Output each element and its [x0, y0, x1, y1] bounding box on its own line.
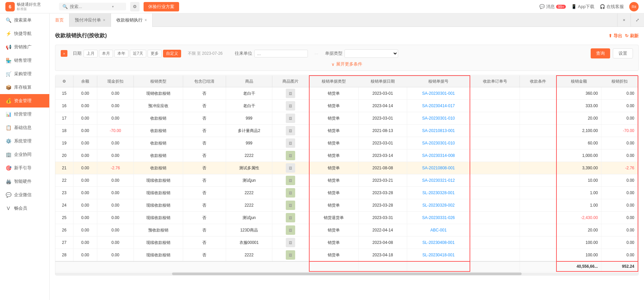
sidebar-item-guide[interactable]: 🎯 新手引导	[0, 161, 49, 175]
cell-no: 22	[55, 174, 73, 187]
cell-goods: 999	[226, 112, 272, 125]
footer-receipt-order-no	[470, 261, 520, 271]
cell-verify-amount: 2,100.00	[556, 125, 601, 137]
sidebar-item-marketing[interactable]: 📢 营销推广	[0, 40, 49, 54]
cell-no: 24	[55, 199, 73, 212]
date-this-year-button[interactable]: 本年	[114, 50, 128, 57]
sidebar-item-enterprise[interactable]: 🏢 企业协同	[0, 148, 49, 161]
table-row: 23 0.00 0.00 现续收款核销 否 2222 🖼 销货单 2023-03…	[55, 187, 638, 199]
scrollbar-thumb[interactable]	[172, 272, 522, 275]
cell-verify-amount: 100.00	[556, 249, 601, 262]
cell-balance: 0.00	[73, 187, 97, 199]
date-filter-label: 日期	[73, 50, 82, 56]
cell-cash-discount: 0.00	[97, 237, 134, 249]
tab-bar: 首页 预付冲应付单 × 收款核销执行 × × ⤢	[50, 13, 644, 27]
sidebar-item-search-menu[interactable]: 🔍 搜索菜单	[0, 13, 49, 27]
sys-icon: ⚙️	[5, 138, 11, 144]
sidebar-item-wechat[interactable]: 💬 企业微信	[0, 188, 49, 202]
biz-icon: 📊	[5, 111, 11, 117]
sidebar-item-member[interactable]: V 畅会员	[0, 202, 49, 215]
cell-goods-image: 🖼	[272, 174, 309, 187]
type-filter-select[interactable]	[344, 49, 398, 58]
main-layout: 🔍 搜索菜单 ⚡ 快捷导航 📢 营销推广 🏪 销售管理 🛒 采购管理 📦 库存核…	[0, 13, 644, 300]
tab-prepay-conflict[interactable]: 预付冲应付单 ×	[69, 13, 111, 27]
cell-verify-bill-no: SL-20230408-001	[407, 237, 470, 249]
sidebar-item-inventory[interactable]: 📦 库存核算	[0, 81, 49, 94]
sidebar-item-biz-mgmt[interactable]: 📊 经营管理	[0, 108, 49, 121]
tab-home[interactable]: 首页	[50, 13, 69, 27]
cell-goods: 999	[226, 137, 272, 149]
cell-verify-bill-date: 2023-03-28	[358, 187, 407, 199]
cell-cash-discount: -70.00	[97, 125, 134, 137]
cell-verify-discount: 0.00	[601, 224, 638, 237]
sidebar-item-smart-hw[interactable]: 🖨️ 智能硬件	[0, 175, 49, 188]
query-button[interactable]: 查询	[591, 48, 610, 58]
filter-row: » 日期 上月 本月 本年 近7天 更多 自定义	[61, 48, 633, 58]
table-settings-button[interactable]: 设置	[613, 48, 633, 58]
cell-include-settled: 否	[183, 125, 226, 137]
date-last-month-button[interactable]: 上月	[84, 50, 98, 57]
table-row: 19 0.00 0.00 收款核销 否 999 🖼 销货单 2023-03-01…	[55, 137, 638, 149]
message-button[interactable]: 💬 消息 99+	[539, 4, 566, 10]
tab-collection-verify[interactable]: 收款核销执行 ×	[111, 13, 153, 27]
sidebar-item-fund-mgmt[interactable]: 💰 资金管理	[0, 94, 49, 108]
cell-no: 21	[55, 162, 73, 174]
cell-verify-bill-date: 2022-04-14	[358, 224, 407, 237]
cell-verify-bill-date: 2023-04-18	[358, 249, 407, 262]
cell-include-settled: 否	[183, 249, 226, 262]
cell-balance: 0.00	[73, 112, 97, 125]
search-input[interactable]	[70, 4, 110, 9]
user-profile[interactable]: Rit	[629, 2, 639, 11]
cell-include-settled: 否	[183, 212, 226, 224]
close-prepay-tab-icon[interactable]: ×	[103, 18, 105, 23]
cell-goods: 2222	[226, 187, 272, 199]
cell-verify-type: 收款核销	[134, 137, 183, 149]
search-icon: 🔍	[62, 4, 68, 9]
filter-bar: » 日期 上月 本月 本年 近7天 更多 自定义	[55, 45, 639, 71]
type-filter: 单据类型	[325, 49, 398, 58]
cell-no: 26	[55, 224, 73, 237]
page-title: 收款核销执行(按收款)	[55, 32, 107, 39]
close-collection-tab-icon[interactable]: ×	[145, 18, 147, 23]
cell-include-settled: 否	[183, 137, 226, 149]
unit-filter-input[interactable]	[254, 50, 308, 57]
sidebar-item-label: 采购管理	[14, 71, 32, 77]
cell-include-settled: 否	[183, 100, 226, 112]
cell-receipt-order-no	[470, 224, 520, 237]
search-bar-area[interactable]: 🔍 ▾	[59, 3, 126, 10]
settings-gear-button[interactable]: ⚙	[130, 2, 140, 11]
sidebar-item-purchase-mgmt[interactable]: 🛒 采购管理	[0, 67, 49, 81]
sidebar-item-base-info[interactable]: 📋 基础信息	[0, 121, 49, 134]
app-download-button[interactable]: 📱 App下载	[571, 4, 594, 10]
date-custom-button[interactable]: 自定义	[163, 50, 181, 57]
horizontal-scrollbar[interactable]	[55, 272, 638, 275]
cell-verify-bill-type: 销货单	[309, 162, 359, 174]
close-tab-button[interactable]: ×	[617, 13, 631, 27]
cell-verify-bill-date: 2023-03-01	[358, 112, 407, 125]
expand-conditions-button[interactable]: ∨ 展开更多条件	[331, 61, 362, 67]
cell-goods-image: 🖼	[272, 125, 309, 137]
online-service-button[interactable]: 🎧 在线客服	[600, 4, 624, 10]
logo-icon: 6	[5, 2, 15, 11]
cell-verify-amount: 1.00	[556, 199, 601, 212]
footer-empty	[55, 261, 309, 271]
cell-verify-amount: 333.00	[556, 100, 601, 112]
cell-balance: 0.00	[73, 162, 97, 174]
cell-goods: 衣服00001	[226, 237, 272, 249]
date-more-button[interactable]: 更多	[148, 50, 162, 57]
sidebar-item-sales-mgmt[interactable]: 🏪 销售管理	[0, 54, 49, 67]
expand-tab-button[interactable]: ⤢	[631, 13, 644, 27]
cell-no: 27	[55, 237, 73, 249]
cell-verify-bill-date: 2023-03-28	[358, 199, 407, 212]
cell-verify-amount: 1,000.00	[556, 149, 601, 162]
collapse-filter-button[interactable]: »	[61, 50, 67, 57]
cell-verify-amount: 3,390.00	[556, 162, 601, 174]
industry-solution-button[interactable]: 休验行业方案	[144, 2, 179, 11]
date-7days-button[interactable]: 近7天	[130, 50, 146, 57]
export-button[interactable]: ⬆ 导出	[608, 33, 622, 39]
sidebar-item-sys-mgmt[interactable]: ⚙️ 系统管理	[0, 134, 49, 148]
refresh-button[interactable]: ↻ 刷新	[625, 33, 639, 39]
guide-icon: 🎯	[5, 165, 11, 171]
date-this-month-button[interactable]: 本月	[99, 50, 113, 57]
sidebar-item-quick-nav[interactable]: ⚡ 快捷导航	[0, 27, 49, 40]
